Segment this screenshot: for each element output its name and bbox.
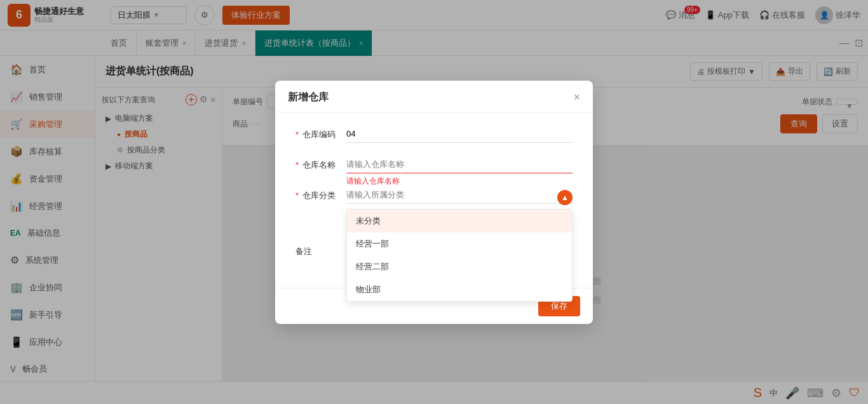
code-label: * 仓库编码: [295, 125, 346, 140]
dropdown-item-dept2[interactable]: 经营二部: [347, 255, 572, 278]
modal-overlay[interactable]: 新增仓库 × * 仓库编码 * 仓库名称: [0, 0, 868, 404]
modal-title: 新增仓库: [288, 91, 329, 104]
form-row-code: * 仓库编码: [295, 125, 573, 143]
name-row-inner: * 仓库名称: [295, 156, 573, 173]
dropdown-item-property[interactable]: 物业部: [347, 278, 572, 301]
code-input[interactable]: [346, 125, 573, 143]
dropdown-item-dept1[interactable]: 经营一部: [347, 232, 572, 255]
category-arrow-icon[interactable]: ▲: [557, 190, 573, 205]
category-dropdown: 未分类 经营一部 经营二部 物业部: [346, 209, 573, 302]
category-input[interactable]: [346, 186, 573, 204]
name-label: * 仓库名称: [295, 156, 346, 171]
name-input[interactable]: [346, 156, 573, 173]
modal-header: 新增仓库 ×: [275, 81, 593, 112]
category-label: * 仓库分类: [295, 186, 346, 201]
dropdown-item-unclassified[interactable]: 未分类: [347, 210, 572, 232]
remark-label: 备注: [295, 242, 346, 257]
name-error-tip: 请输入仓库名称: [346, 176, 400, 187]
modal-close-button[interactable]: ×: [573, 91, 580, 103]
category-select-wrapper: ▲: [346, 186, 573, 204]
form-row-category: * 仓库分类 ▲ 未分类 经营一部 经营二部 物业部: [295, 186, 573, 204]
modal-body: * 仓库编码 * 仓库名称 请输入仓库名称 *: [275, 112, 593, 288]
form-row-name: * 仓库名称 请输入仓库名称: [295, 156, 573, 173]
add-warehouse-modal: 新增仓库 × * 仓库编码 * 仓库名称: [275, 81, 593, 324]
